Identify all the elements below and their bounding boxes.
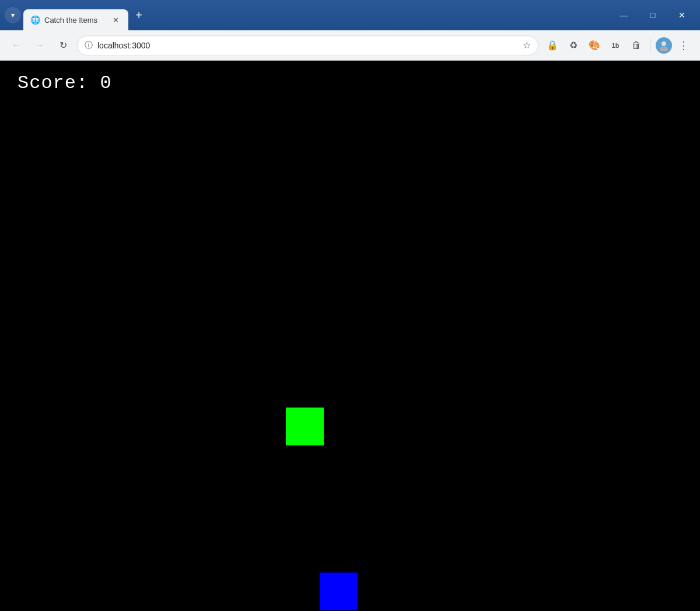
back-button[interactable]: ←: [7, 36, 26, 55]
extension-1-button[interactable]: 🔒: [543, 36, 562, 55]
address-bar[interactable]: ⓘ ☆: [77, 36, 538, 55]
tab-close-button[interactable]: ✕: [110, 14, 121, 26]
forward-button[interactable]: →: [30, 36, 49, 55]
title-bar: ▾ 🌐 Catch the Items ✕ + — □ ✕: [0, 0, 700, 30]
score-display: Score: 0: [18, 72, 112, 94]
toolbar-icons: 🔒 ♻ 🎨 1b 🗑 ⋮: [543, 36, 693, 55]
info-icon: ⓘ: [85, 40, 93, 51]
tab-strip: 🌐 Catch the Items ✕ +: [23, 0, 608, 30]
profile-button[interactable]: [656, 37, 672, 54]
svg-point-0: [662, 41, 666, 46]
browser-menu-button[interactable]: ⋮: [674, 36, 693, 55]
window-controls: — □ ✕: [610, 6, 695, 24]
maximize-button[interactable]: □: [639, 6, 666, 24]
score-value: 0: [100, 72, 111, 94]
bookmark-star-icon[interactable]: ☆: [523, 40, 531, 51]
new-tab-button[interactable]: +: [131, 7, 147, 23]
extension-2-button[interactable]: ♻: [564, 36, 583, 55]
blue-falling-item: [320, 573, 358, 610]
toolbar-divider: [650, 38, 651, 52]
score-label: Score:: [18, 72, 88, 94]
profile-avatar-icon: [658, 40, 670, 51]
tab-favicon: 🌐: [30, 15, 40, 24]
nav-bar: ← → ↻ ⓘ ☆ 🔒 ♻ 🎨 1b 🗑 ⋮: [0, 30, 700, 61]
extension-3-button[interactable]: 🎨: [585, 36, 604, 55]
svg-point-1: [660, 47, 668, 51]
extension-4-button[interactable]: 1b: [606, 36, 625, 55]
browser-window: ▾ 🌐 Catch the Items ✕ + — □ ✕ ← → ↻ ⓘ ☆ …: [0, 0, 700, 611]
tab-title: Catch the Items: [44, 16, 105, 24]
game-area[interactable]: Score: 0: [0, 61, 700, 611]
reload-button[interactable]: ↻: [54, 36, 72, 55]
green-falling-item: [286, 408, 324, 445]
extension-5-button[interactable]: 🗑: [627, 36, 646, 55]
tab-dropdown-button[interactable]: ▾: [5, 7, 21, 23]
active-tab[interactable]: 🌐 Catch the Items ✕: [23, 9, 128, 30]
url-input[interactable]: [97, 41, 518, 50]
close-button[interactable]: ✕: [668, 6, 695, 24]
minimize-button[interactable]: —: [610, 6, 637, 24]
